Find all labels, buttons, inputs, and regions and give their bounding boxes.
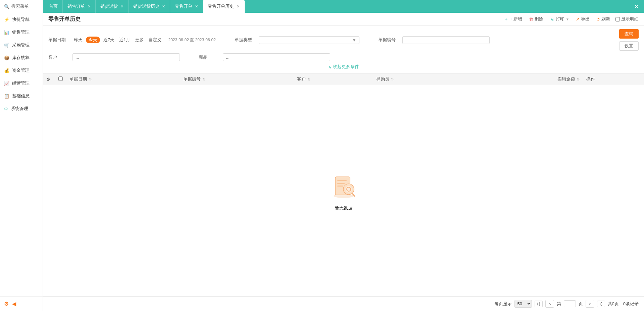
sidebar-item-stock-calc[interactable]: 📦 库存核算 — [0, 51, 43, 64]
export-button[interactable]: ↗ 导出 — [575, 15, 591, 23]
tab-retail-open[interactable]: 零售开单 ✕ — [170, 0, 203, 13]
sidebar-item-label: 销售管理 — [12, 29, 30, 35]
tab-home[interactable]: 首页 — [44, 0, 63, 13]
customer-filter-input[interactable] — [72, 53, 180, 61]
sidebar-item-base-info[interactable]: 📋 基础信息 — [0, 90, 43, 102]
display-detail-label: 显示明细 — [621, 16, 639, 22]
add-label: + 新增 — [510, 16, 522, 22]
tab-retail-open-label: 零售开单 — [175, 3, 192, 9]
sidebar-item-label: 经营管理 — [12, 80, 30, 86]
export-label: 导出 — [581, 16, 590, 22]
purchase-mgmt-icon: 🛒 — [4, 43, 9, 48]
display-detail-checkbox[interactable] — [615, 17, 620, 21]
empty-text: 暂无数据 — [335, 205, 352, 211]
sidebar-item-quick-nav[interactable]: ⚡ 快捷导航 — [0, 13, 43, 26]
svg-rect-2 — [337, 180, 347, 181]
date-range-display: 2023-06-02 至 2023-06-02 — [168, 37, 215, 43]
sidebar-search[interactable]: 🔍 搜索采单 — [0, 0, 43, 13]
tab-sales-order-close[interactable]: ✕ — [88, 4, 91, 9]
footer-gear-icon[interactable]: ⚙ — [4, 301, 9, 307]
col-action: 操作 — [583, 73, 644, 85]
col-date-sort-icon[interactable]: ⇅ — [89, 77, 92, 81]
type-filter-label: 单据类型 — [235, 37, 253, 43]
sales-mgmt-icon: 📊 — [4, 30, 9, 35]
col-amount-label: 实销金额 — [557, 76, 575, 82]
add-icon: ＋ — [504, 16, 508, 22]
tab-sales-return-label: 销货退货 — [100, 3, 118, 9]
tab-retail-history[interactable]: 零售开单历史 ✕ — [203, 0, 245, 13]
col-code-sort-icon[interactable]: ⇅ — [202, 77, 205, 81]
svg-rect-3 — [337, 183, 345, 184]
col-amount: 实销金额 ⇅ — [469, 73, 583, 85]
date-opt-today[interactable]: 今天 — [86, 37, 100, 43]
table-area: ⚙ 单据日期 ⇅ 单据编号 ⇅ — [43, 73, 644, 311]
prev-page-button[interactable]: ＜ — [545, 300, 554, 308]
date-opt-more[interactable]: 更多 — [134, 37, 145, 43]
tab-sales-return-close[interactable]: ✕ — [120, 4, 123, 9]
customer-filter-label: 客户 — [48, 54, 67, 60]
type-filter-select[interactable]: ▼ — [259, 36, 359, 44]
sidebar-footer: ⚙ ◀ — [0, 296, 43, 311]
main-area: 首页 销售订单 ✕ 销货退货 ✕ 销货退货历史 ✕ 零售开单 ✕ 零售开单历史 … — [43, 0, 644, 311]
goods-filter-input[interactable] — [223, 53, 330, 61]
tab-sales-return-history[interactable]: 销货退货历史 ✕ — [129, 0, 170, 13]
checkbox-col-header — [55, 73, 66, 85]
sidebar-item-ops-mgmt[interactable]: 📈 经营管理 — [0, 77, 43, 90]
empty-illustration — [329, 171, 359, 201]
col-amount-sort-icon[interactable]: ⇅ — [577, 77, 580, 81]
col-code: 单据编号 ⇅ — [180, 73, 294, 85]
print-button[interactable]: 🖨 打印 ▼ — [549, 15, 571, 23]
tabs-bar: 首页 销售订单 ✕ 销货退货 ✕ 销货退货历史 ✕ 零售开单 ✕ 零售开单历史 … — [43, 0, 644, 13]
collapse-more-row[interactable]: ∧ 收起更多条件 — [48, 64, 639, 70]
select-all-checkbox[interactable] — [58, 76, 63, 81]
per-page-select[interactable]: 10 20 50 100 — [514, 300, 532, 308]
tab-sales-return[interactable]: 销货退货 ✕ — [96, 0, 129, 13]
tab-home-label: 首页 — [49, 3, 58, 9]
sidebar-item-sys-mgmt[interactable]: ⚙ 系统管理 — [0, 102, 43, 115]
delete-button[interactable]: 🗑 删除 — [528, 15, 545, 23]
next-page-button[interactable]: ＞ — [586, 300, 594, 308]
tab-retail-open-close[interactable]: ✕ — [195, 4, 198, 9]
page-title: 零售开单历史 — [48, 16, 81, 23]
page-number-input[interactable]: 1 — [564, 300, 576, 307]
col-customer-sort-icon[interactable]: ⇅ — [307, 77, 310, 81]
last-page-button[interactable]: ⟩⟩ — [597, 301, 605, 307]
sidebar-item-purchase-mgmt[interactable]: 🛒 采购管理 — [0, 39, 43, 51]
total-info: 共0页，0条记录 — [608, 301, 639, 307]
col-code-label: 单据编号 — [183, 76, 201, 82]
tab-sales-order[interactable]: 销售订单 ✕ — [63, 0, 96, 13]
date-opt-custom[interactable]: 自定义 — [147, 37, 163, 43]
refresh-button[interactable]: ↺ 刷新 — [595, 15, 611, 23]
display-detail-toggle[interactable]: 显示明细 — [615, 16, 639, 22]
table-settings-icon[interactable]: ⚙ — [46, 77, 50, 82]
tab-sales-return-history-close[interactable]: ✕ — [162, 4, 165, 9]
add-button[interactable]: ＋ + 新增 — [503, 15, 524, 23]
stock-calc-icon: 📦 — [4, 55, 9, 60]
col-salesperson: 导购员 ⇅ — [373, 73, 469, 85]
collapse-up-icon: ∧ — [328, 64, 332, 69]
settings-col-header: ⚙ — [43, 73, 55, 85]
footer-collapse-icon[interactable]: ◀ — [12, 301, 16, 307]
code-filter-input[interactable] — [402, 36, 490, 44]
sidebar-item-label: 基础信息 — [12, 93, 30, 99]
date-opt-yesterday[interactable]: 昨天 — [72, 37, 84, 43]
collapse-label: 收起更多条件 — [333, 64, 359, 70]
col-salesperson-sort-icon[interactable]: ⇅ — [391, 77, 394, 81]
goods-filter-label: 商品 — [199, 54, 217, 60]
sidebar: 🔍 搜索采单 ⚡ 快捷导航 📊 销售管理 🛒 采购管理 📦 库存核算 💰 资金管… — [0, 0, 43, 311]
date-opt-7days[interactable]: 近7天 — [102, 37, 116, 43]
setting-button[interactable]: 设置 — [619, 41, 639, 51]
sidebar-item-finance-mgmt[interactable]: 💰 资金管理 — [0, 64, 43, 77]
sidebar-item-sales-mgmt[interactable]: 📊 销售管理 — [0, 26, 43, 39]
col-customer: 客户 ⇅ — [294, 73, 373, 85]
window-close-icon[interactable]: ✕ — [633, 3, 640, 10]
date-opt-1month[interactable]: 近1月 — [118, 37, 132, 43]
first-page-button[interactable]: ⟨⟨ — [535, 301, 543, 307]
query-button[interactable]: 查询 — [619, 29, 639, 39]
print-icon: 🖨 — [550, 17, 554, 22]
pagination: 每页显示 10 20 50 100 ⟨⟨ ＜ 第 1 页 ＞ ⟩⟩ 共0页，0条… — [43, 296, 644, 311]
page-word: 第 — [557, 301, 561, 307]
refresh-label: 刷新 — [601, 16, 610, 22]
tab-retail-history-close[interactable]: ✕ — [237, 4, 240, 9]
page-suffix: 页 — [579, 301, 583, 307]
